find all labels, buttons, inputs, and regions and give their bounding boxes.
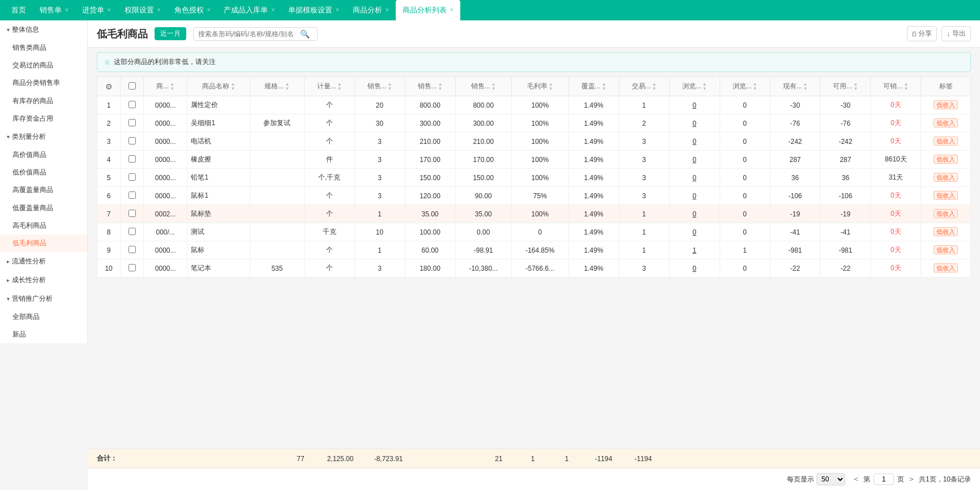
row-checkbox[interactable]: [121, 241, 144, 259]
sidebar-group-marketing-analysis[interactable]: ▾ 营销推广分析: [0, 289, 87, 308]
nav-sales[interactable]: 销售单 ×: [33, 0, 75, 20]
row-select-checkbox[interactable]: [129, 264, 136, 271]
sidebar-item-traded-goods[interactable]: 交易过的商品: [0, 57, 87, 74]
sidebar-item-low-coverage[interactable]: 低覆盖量商品: [0, 199, 87, 217]
row-checkbox[interactable]: [121, 259, 144, 278]
page-size-dropdown[interactable]: 50 100 200: [816, 473, 845, 485]
col-unit[interactable]: 计量...▲▼: [304, 77, 354, 96]
sidebar-item-sales-goods[interactable]: 销售类商品: [0, 39, 87, 57]
search-input[interactable]: [198, 30, 300, 38]
row-checkbox[interactable]: [121, 151, 144, 169]
row-browse1[interactable]: 0: [669, 169, 720, 187]
sidebar-group-flow-analysis[interactable]: ▸ 流通性分析: [0, 252, 87, 271]
row-name: 鼠标: [187, 241, 250, 259]
prev-page-button[interactable]: ＜: [852, 474, 860, 484]
nav-home[interactable]: 首页: [5, 0, 33, 20]
sidebar-item-high-value[interactable]: 高价值商品: [0, 146, 87, 164]
row-browse1[interactable]: 0: [669, 151, 720, 169]
next-page-button[interactable]: ＞: [908, 474, 915, 484]
nav-analysis-list[interactable]: 商品分析列表 ×: [396, 0, 460, 20]
select-all-checkbox[interactable]: [129, 82, 136, 90]
nav-analysis[interactable]: 商品分析 ×: [346, 0, 396, 20]
row-select-checkbox[interactable]: [129, 246, 136, 253]
row-select-checkbox[interactable]: [129, 119, 136, 126]
sidebar-item-low-value[interactable]: 低价值商品: [0, 164, 87, 181]
row-checkbox[interactable]: [121, 187, 144, 205]
row-select-checkbox[interactable]: [129, 173, 136, 181]
col-trade[interactable]: 交易...▲▼: [619, 77, 669, 96]
nav-purchase[interactable]: 进货单 ×: [75, 0, 118, 20]
sidebar-item-high-profit[interactable]: 高毛利商品: [0, 217, 87, 235]
close-icon[interactable]: ×: [207, 0, 211, 20]
sidebar-group-value-analysis[interactable]: ▾ 类别量分析: [0, 127, 87, 146]
close-icon[interactable]: ×: [65, 0, 69, 20]
sidebar-item-goods-by-category[interactable]: 商品分类销售率: [0, 74, 87, 92]
col-coverage[interactable]: 覆盖...▲▼: [568, 77, 619, 96]
col-gross-rate[interactable]: 毛利率▲▼: [512, 77, 569, 96]
sidebar-item-low-profit[interactable]: 低毛利商品: [0, 235, 87, 252]
export-button[interactable]: ↓ 导出: [942, 26, 971, 41]
row-checkbox[interactable]: [121, 223, 144, 241]
row-select-checkbox[interactable]: [129, 228, 136, 235]
row-browse1[interactable]: 0: [669, 259, 720, 278]
row-browse1[interactable]: 0: [669, 96, 720, 114]
row-checkbox[interactable]: [121, 114, 144, 133]
col-current-stock[interactable]: 现有...▲▼: [770, 77, 820, 96]
col-browse1[interactable]: 浏览...▲▼: [669, 77, 720, 96]
close-icon[interactable]: ×: [271, 0, 275, 20]
row-browse1[interactable]: 0: [669, 114, 720, 133]
row-select-checkbox[interactable]: [129, 191, 136, 199]
close-icon[interactable]: ×: [336, 0, 339, 20]
col-name[interactable]: 商品名称▲▼: [187, 77, 250, 96]
nav-roles[interactable]: 角色授权 ×: [168, 0, 217, 20]
col-sales-price[interactable]: 销售...▲▼: [405, 77, 455, 96]
sidebar-item-new-goods[interactable]: 新品: [0, 326, 87, 343]
row-checkbox[interactable]: [121, 169, 144, 187]
table-row: 8 000/... 测试 千克 10 100.00 0.00 0 1.49% 1…: [97, 223, 971, 241]
sidebar-group-general[interactable]: ▾ 整体信息: [0, 20, 87, 39]
row-checkbox[interactable]: [121, 205, 144, 223]
col-checkbox[interactable]: [121, 77, 144, 96]
sidebar-item-inventory-goods[interactable]: 有库存的商品: [0, 92, 87, 110]
row-browse1[interactable]: 0: [669, 205, 720, 223]
row-select-checkbox[interactable]: [129, 101, 136, 108]
row-browse1[interactable]: 0: [669, 223, 720, 241]
col-sales-profit[interactable]: 销售...▲▼: [455, 77, 512, 96]
tag-badge: 低收入: [934, 245, 958, 254]
row-unit: 个: [304, 205, 354, 223]
sidebar-item-all-goods[interactable]: 全部商品: [0, 308, 87, 326]
close-icon[interactable]: ×: [450, 0, 453, 20]
col-code[interactable]: 商...▲▼: [143, 77, 187, 96]
row-browse1[interactable]: 1: [669, 241, 720, 259]
page-number-input[interactable]: [874, 474, 894, 485]
row-checkbox[interactable]: [121, 96, 144, 114]
close-icon[interactable]: ×: [108, 0, 111, 20]
row-browse1[interactable]: 0: [669, 133, 720, 151]
close-icon[interactable]: ×: [386, 0, 389, 20]
share-button[interactable]: ⎙ 分享: [907, 26, 937, 41]
row-select-checkbox[interactable]: [129, 137, 136, 144]
col-sales-qty[interactable]: 销售...▲▼: [354, 77, 405, 96]
col-available[interactable]: 可用...▲▼: [820, 77, 871, 96]
search-icon[interactable]: 🔍: [300, 29, 310, 39]
nav-products[interactable]: 产成品入库单 ×: [217, 0, 281, 20]
nav-permissions[interactable]: 权限设置 ×: [118, 0, 168, 20]
col-saleable[interactable]: 可销...▲▼: [871, 77, 921, 96]
row-select-checkbox[interactable]: [129, 210, 136, 217]
settings-icon[interactable]: ⚙: [105, 82, 113, 91]
nav-templates[interactable]: 单据模板设置 ×: [281, 0, 346, 20]
col-settings[interactable]: ⚙: [97, 77, 121, 96]
sidebar-item-high-coverage[interactable]: 高覆盖量商品: [0, 181, 87, 199]
sidebar-group-growth-analysis[interactable]: ▸ 成长性分析: [0, 271, 87, 289]
row-browse1[interactable]: 0: [669, 187, 720, 205]
col-browse2[interactable]: 浏览...▲▼: [720, 77, 770, 96]
row-select-checkbox[interactable]: [129, 155, 136, 163]
row-available: -981: [820, 241, 871, 259]
table-row: 7 0002... 鼠标垫 个 1 35.00 35.00 100% 1.49%…: [97, 205, 971, 223]
row-checkbox[interactable]: [121, 133, 144, 151]
filter-period-button[interactable]: 近一月: [155, 27, 186, 40]
close-icon[interactable]: ×: [157, 0, 161, 20]
sidebar-item-capital-use[interactable]: 库存资金占用: [0, 110, 87, 127]
col-spec[interactable]: 规格...▲▼: [250, 77, 304, 96]
col-tag[interactable]: 标签: [921, 77, 971, 96]
